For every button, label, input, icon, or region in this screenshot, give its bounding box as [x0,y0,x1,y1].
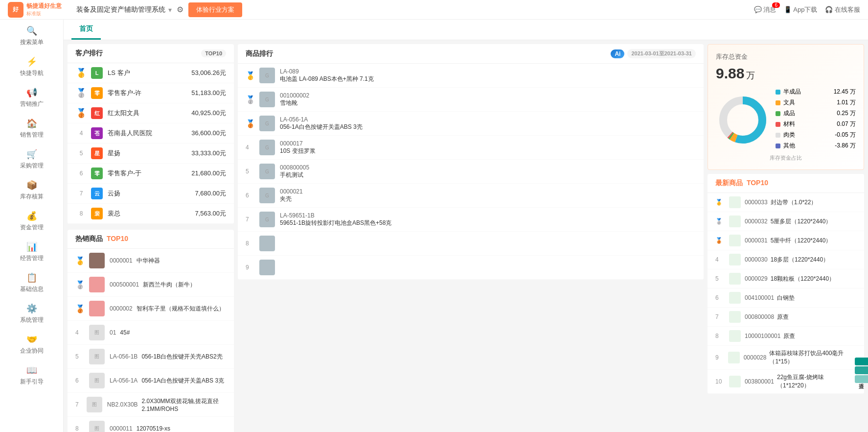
sidebar-item-shortcut[interactable]: ⚡ 快捷导航 [0,50,63,81]
rank-item: 5 星 星扬 33,333.00元 [68,144,234,164]
rank-amount: 7,680.00元 [195,189,226,198]
new-product-item: 10 003800001 22g鱼豆腐-烧烤味（1*12*20） [708,370,864,394]
gold-medal-icon: 🥇 [76,68,87,78]
rank-item: 🥈 零 零售客户-许 51,183.00元 [68,83,234,103]
legend-label: 肉类 [783,131,835,139]
trial-button[interactable]: 体验行业方案 [188,2,242,17]
legend-dot [776,100,780,105]
silver-medal-icon: 🥈 [76,88,87,98]
silver-medal-icon: 🥈 [75,281,85,289]
hot-title: 热销商品 [75,235,103,242]
rank-amount: 40,925.00元 [191,109,226,118]
rank-item: 8 裴 裴总 7,563.00元 [68,204,234,224]
new-product-item: 4 0000030 18多层（1220*2440） [708,250,864,269]
sidebar-item-inventory[interactable]: 📦 库存核算 [0,174,63,205]
gear-icon[interactable]: ⚙ [177,5,183,14]
legend-label: 材料 [783,120,837,128]
legend-item: 半成品 12.45 万 [776,88,856,96]
legend-label: 其他 [783,142,835,150]
mid-product-item: 🥉 G LA-056-1A 056-1A白色按键开关盖ABS 3壳 [238,112,704,136]
tab-home[interactable]: 首页 [71,20,101,40]
top10-badge[interactable]: TOP10 [201,49,226,57]
message-badge[interactable]: 💬 消息 6 [754,5,777,14]
product-thumbnail: 图 [87,397,102,412]
legend-value: -0.05 万 [835,131,856,139]
search-icon: 🔍 [26,25,37,36]
legend-item: 成品 0.25 万 [776,109,856,118]
rank-amount: 53,006.26元 [191,69,226,77]
right-panel: 库存总资金 9.88 万 [708,44,864,432]
money-icon: 💰 [26,211,37,221]
sidebar-item-purchase[interactable]: 🛒 采购管理 [0,143,63,174]
float-direct-btn[interactable]: 直播 [855,375,868,383]
mid-product-item: 4 G 0000017 10S 变扭罗浆 [238,136,704,160]
product-thumbnail: 图 [89,373,105,388]
sidebar-item-search[interactable]: 🔍 搜索菜单 [0,20,63,50]
rank-item: 4 苍 苍南县人民医院 36,600.00元 [68,123,234,144]
rank-name: 零售客户-于 [108,169,191,178]
legend-label: 半成品 [783,88,834,96]
cart-icon: 🛒 [26,149,37,160]
sidebar-item-finance[interactable]: 💰 资金管理 [0,205,63,236]
hot-product-item: 7 图 NB2.0X30B 2.0X30MM双搓花轴,搓花直径2.1MM/ROH… [68,393,234,417]
mid-product-section: 商品排行 Ai 2021-03-01至2021-03-31 🥇 G LA-089… [238,44,704,280]
online-service[interactable]: 🎧 在线客服 [825,5,860,14]
rank-avatar: 红 [91,107,103,119]
rank-item: 🥇 L LS 客户 53,006.26元 [68,63,234,83]
megaphone-icon: 📢 [26,87,37,98]
sidebar-item-system[interactable]: ⚙️ 系统管理 [0,297,63,328]
product-thumbnail [89,253,105,268]
new-product-item: 9 0000028 体箱蒜枝味苏打饮品400毫升（1*15） [708,346,864,370]
bronze-medal-icon: 🥉 [75,305,85,313]
sidebar-item-basic[interactable]: 📋 基础信息 [0,266,63,297]
rank-amount: 33,333.00元 [191,149,226,158]
product-thumbnail: G [259,188,275,203]
sidebar-item-cooperation[interactable]: 🤝 企业协同 [0,328,63,359]
app-download[interactable]: 📱 App下载 [784,5,817,14]
hot-products-list: 🥇 0000001 中华神器 🥈 000500001 新西兰牛肉（新牛） [68,249,234,432]
product-thumbnail: G [259,212,275,227]
new-product-item: 7 000800008 原查 [708,308,864,327]
rank-avatar: 零 [91,87,103,99]
bronze-medal-icon: 🥉 [76,108,87,118]
date-range: 2021-03-01至2021-03-31 [627,49,696,58]
headset-icon: 🎧 [825,6,833,13]
new-product-item: 🥇 0000033 封边带（1.0*22） [708,193,864,212]
sidebar-item-sales[interactable]: 🏠 销售管理 [0,112,63,143]
ai-badge: Ai [611,49,624,58]
legend-value: 1.01 万 [837,98,856,107]
rank-name: 红太阳文具 [108,109,191,118]
mid-product-item: 8 [238,232,704,256]
donut-chart-container: 半成品 12.45 万 文具 1.01 万 成品 0.25 万 [716,88,856,152]
sidebar-item-guide[interactable]: 📖 新手引导 [0,359,63,390]
inventory-unit: 万 [746,70,755,81]
sidebar-item-operation[interactable]: 📊 经营管理 [0,236,63,266]
sidebar-item-marketing[interactable]: 📢 营销推广 [0,81,63,112]
rank-avatar: 裴 [91,208,103,219]
new-product-item: 🥈 0000032 5厘多层（1220*2440） [708,212,864,231]
new-product-thumbnail [729,376,741,387]
system-selector[interactable]: 装备及固定资产辅助管理系统 ▾ [76,5,172,14]
float-service-btn[interactable]: 服务社区 [855,366,868,374]
legend-value: 0.07 万 [837,120,856,128]
new-product-thumbnail [729,254,741,265]
hot-product-item: 🥇 0000001 中华神器 [68,249,234,273]
hot-product-item: 6 图 LA-056-1A 056-1A白色按键开关盖ABS 3克 [68,369,234,393]
new-product-thumbnail [729,330,741,342]
product-thumbnail: G [259,68,275,83]
rank-avatar: 星 [91,147,103,159]
mid-product-item: 🥈 G 001000002 雪地靴 [238,88,704,112]
handshake-icon: 🤝 [26,334,37,345]
donut-chart [716,93,770,147]
mid-product-item: 🥇 G LA-089 电池盖 LA-089 ABS本色+黑种 7.1克 [238,64,704,88]
new-product-thumbnail [728,352,740,363]
new-product-thumbnail [729,235,741,246]
inventory-title: 库存总资金 [716,52,856,61]
rank-name: LS 客户 [108,69,191,77]
float-cs-btn[interactable]: 客服热线 [855,358,868,365]
new-product-item: 8 10000100001 原查 [708,327,864,346]
inventory-amount-row: 9.88 万 [716,65,856,82]
legend: 半成品 12.45 万 文具 1.01 万 成品 0.25 万 [776,88,856,152]
rank-item: 🥉 红 红太阳文具 40,925.00元 [68,103,234,123]
rank-name: 裴总 [108,209,195,218]
